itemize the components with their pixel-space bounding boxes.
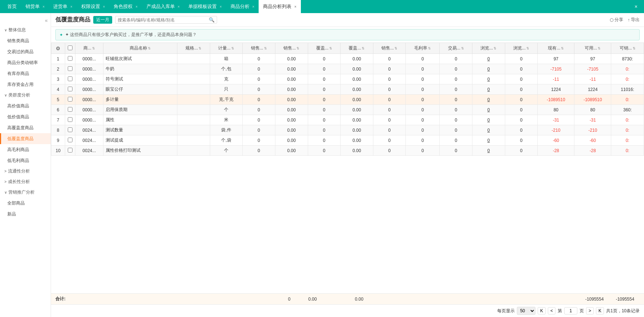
select-all-checkbox[interactable]: [68, 45, 72, 50]
browse1-link[interactable]: 0: [487, 138, 490, 143]
col-spec[interactable]: 规格...⇅: [177, 43, 210, 54]
sidebar-item-high-coverage[interactable]: 高覆盖度商品: [0, 122, 51, 133]
row-checkbox-cell[interactable]: [65, 135, 75, 146]
export-button[interactable]: ↑ 导出: [628, 17, 640, 23]
data-table-wrapper[interactable]: ⚙ 商...⇅ 商品名称⇅ 规格...⇅ 计量...⇅ 销售...⇅ 销售...…: [51, 43, 644, 293]
row-name[interactable]: 多计量: [103, 95, 177, 105]
nav-product-analysis[interactable]: 商品分析 ×: [226, 0, 259, 13]
browse1-link[interactable]: 0: [487, 87, 490, 92]
sidebar-section-cluster-analysis[interactable]: ∨ 类群度分析: [0, 90, 51, 100]
sidebar-item-inventory-capital[interactable]: 库存资金占用: [0, 79, 51, 90]
row-checkbox-cell[interactable]: [65, 54, 75, 64]
browse1-link[interactable]: 0: [487, 67, 490, 72]
col-checkbox-all[interactable]: [65, 43, 75, 54]
row-checkbox[interactable]: [68, 127, 72, 132]
col-trade[interactable]: 交易...⇅: [440, 43, 472, 54]
col-gross-margin[interactable]: 毛利率⇅: [406, 43, 440, 54]
nav-home[interactable]: 首页: [3, 0, 21, 13]
col-coverage2[interactable]: 覆盖...⇅: [341, 43, 373, 54]
sidebar-section-growth-analysis[interactable]: > 成长性分析: [0, 177, 51, 187]
nav-close-product-inbound[interactable]: ×: [178, 5, 180, 9]
sidebar-item-high-value[interactable]: 高价值商品: [0, 100, 51, 111]
search-icon[interactable]: 🔍: [209, 17, 215, 23]
row-browse1[interactable]: 0: [472, 74, 505, 84]
row-browse1[interactable]: 0: [472, 84, 505, 95]
sidebar-section-overall-info[interactable]: ∨ 整体信息: [0, 25, 51, 35]
browse1-link[interactable]: 0: [487, 77, 490, 82]
col-name[interactable]: 商品名称⇅: [103, 43, 177, 54]
nav-product-analysis-list[interactable]: 商品分析列表 ×: [259, 0, 301, 13]
nav-close-template-settings[interactable]: ×: [220, 5, 222, 9]
row-checkbox-cell[interactable]: [65, 95, 75, 105]
first-page-btn[interactable]: K: [538, 307, 546, 314]
row-checkbox[interactable]: [68, 97, 72, 102]
row-checkbox-cell[interactable]: [65, 146, 75, 156]
col-sales-qty[interactable]: 销售...⇅: [243, 43, 275, 54]
sidebar-item-in-stock[interactable]: 有库存商品: [0, 68, 51, 79]
per-page-select[interactable]: 50 20 100: [517, 307, 535, 315]
col-browse2[interactable]: 浏览...⇅: [505, 43, 538, 54]
row-name[interactable]: 测试提成: [103, 135, 177, 146]
nav-role-auth[interactable]: 角色授权 ×: [109, 0, 142, 13]
row-name[interactable]: 属性: [103, 115, 177, 125]
col-sales-amt[interactable]: 销售...⇅: [275, 43, 308, 54]
row-browse1[interactable]: 0: [472, 146, 505, 156]
nav-close-product-analysis-list[interactable]: ×: [294, 5, 297, 9]
col-coverage1[interactable]: 覆盖...⇅: [308, 43, 341, 54]
row-browse1[interactable]: 0: [472, 64, 505, 74]
nav-sales-order[interactable]: 销货单 ×: [21, 0, 49, 13]
nav-close-role-auth[interactable]: ×: [136, 5, 138, 9]
row-checkbox-cell[interactable]: [65, 105, 75, 115]
row-checkbox[interactable]: [68, 76, 72, 81]
row-name[interactable]: 牛奶: [103, 64, 177, 74]
col-unit[interactable]: 计量...⇅: [210, 43, 243, 54]
row-checkbox[interactable]: [68, 148, 72, 152]
row-name[interactable]: 符号测试: [103, 74, 177, 84]
nav-purchase-order[interactable]: 进货单 ×: [49, 0, 76, 13]
row-name[interactable]: 测试数量: [103, 125, 177, 135]
browse1-link[interactable]: 0: [487, 107, 490, 112]
col-sales-other[interactable]: 销售...⇅: [373, 43, 406, 54]
period-button[interactable]: 近一月: [93, 16, 112, 24]
row-name[interactable]: 启用保质期: [103, 105, 177, 115]
sidebar-item-all-products[interactable]: 全部商品: [0, 198, 51, 209]
sidebar-section-circulation-analysis[interactable]: > 流通性分析: [0, 166, 51, 177]
browse1-link[interactable]: 0: [487, 148, 490, 153]
row-checkbox-cell[interactable]: [65, 64, 75, 74]
sidebar-section-marketing-analysis[interactable]: ∨ 营销推广分析: [0, 187, 51, 198]
row-checkbox[interactable]: [68, 117, 72, 122]
col-current-stock[interactable]: 现有...⇅: [538, 43, 574, 54]
share-button[interactable]: ⬡ 分享: [610, 17, 623, 23]
nav-close-purchase-order[interactable]: ×: [70, 5, 72, 9]
sidebar-item-sales-products[interactable]: 销售类商品: [0, 35, 51, 46]
row-browse1[interactable]: 0: [472, 105, 505, 115]
browse1-link[interactable]: 0: [487, 97, 490, 102]
row-browse1[interactable]: 0: [472, 54, 505, 64]
browse1-link[interactable]: 0: [487, 56, 490, 62]
sidebar-item-low-margin[interactable]: 低毛利商品: [0, 155, 51, 166]
sidebar-item-low-coverage[interactable]: 低覆盖度商品: [0, 133, 51, 144]
sidebar-item-new-products[interactable]: 新品: [0, 209, 51, 219]
nav-close-product-analysis[interactable]: ×: [252, 5, 254, 9]
window-close-button[interactable]: ×: [631, 1, 641, 12]
row-name[interactable]: 眼宝公仔: [103, 84, 177, 95]
sidebar-item-category-turnover[interactable]: 商品分类动销率: [0, 57, 51, 68]
row-checkbox[interactable]: [68, 66, 72, 71]
row-name[interactable]: 属性价格打印测试: [103, 146, 177, 156]
col-browse1[interactable]: 浏览...⇅: [472, 43, 505, 54]
col-saleable[interactable]: 可销...⇅: [611, 43, 644, 54]
row-checkbox-cell[interactable]: [65, 74, 75, 84]
col-available-stock[interactable]: 可用...⇅: [574, 43, 611, 54]
row-checkbox[interactable]: [68, 56, 72, 61]
nav-close-permission-settings[interactable]: ×: [103, 5, 105, 9]
row-browse1[interactable]: 0: [472, 115, 505, 125]
nav-permission-settings[interactable]: 权限设置 ×: [77, 0, 109, 13]
col-code[interactable]: 商...⇅: [75, 43, 103, 54]
nav-close-sales-order[interactable]: ×: [43, 5, 45, 9]
prev-page-btn[interactable]: <: [548, 307, 555, 314]
row-browse1[interactable]: 0: [472, 135, 505, 146]
row-checkbox-cell[interactable]: [65, 84, 75, 95]
search-input[interactable]: [118, 17, 209, 23]
browse1-link[interactable]: 0: [487, 118, 490, 123]
next-page-btn[interactable]: >: [586, 307, 594, 314]
